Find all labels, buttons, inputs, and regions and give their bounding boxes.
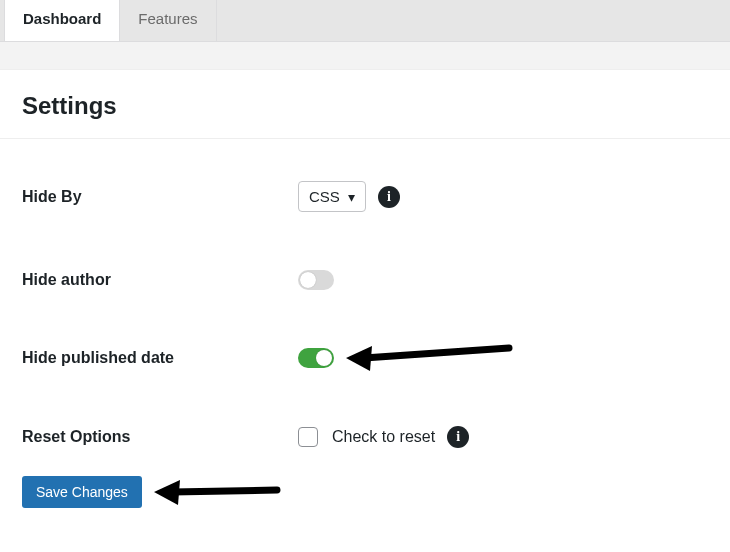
row-hide-by: Hide By CSS ▾ i xyxy=(22,181,708,212)
checkbox-reset[interactable] xyxy=(298,427,318,447)
row-hide-published-date: Hide published date xyxy=(22,348,708,368)
annotation-arrow-icon xyxy=(344,338,514,378)
divider xyxy=(0,138,730,139)
toggle-hide-author[interactable] xyxy=(298,270,334,290)
page-title: Settings xyxy=(22,92,708,120)
label-hide-by: Hide By xyxy=(22,188,298,206)
svg-marker-1 xyxy=(346,346,372,371)
toggle-knob xyxy=(316,350,332,366)
save-button[interactable]: Save Changes xyxy=(22,476,142,508)
sub-navbar xyxy=(0,42,730,70)
settings-content: Settings Hide By CSS ▾ i Hide author Hid… xyxy=(0,70,730,508)
tab-features[interactable]: Features xyxy=(120,0,216,41)
select-hide-by[interactable]: CSS ▾ xyxy=(298,181,366,212)
row-reset-options: Reset Options Check to reset i xyxy=(22,426,708,448)
label-hide-author: Hide author xyxy=(22,271,298,289)
label-hide-published-date: Hide published date xyxy=(22,349,298,367)
svg-marker-3 xyxy=(154,480,180,505)
toggle-knob xyxy=(300,272,316,288)
svg-line-2 xyxy=(172,490,277,492)
checkbox-reset-label: Check to reset xyxy=(332,428,435,446)
row-hide-author: Hide author xyxy=(22,270,708,290)
toggle-hide-published-date[interactable] xyxy=(298,348,334,368)
info-icon[interactable]: i xyxy=(378,186,400,208)
info-icon[interactable]: i xyxy=(447,426,469,448)
chevron-down-icon: ▾ xyxy=(348,189,355,205)
annotation-arrow-icon xyxy=(152,472,282,512)
tab-bar: Dashboard Features xyxy=(0,0,730,42)
tab-dashboard[interactable]: Dashboard xyxy=(4,0,120,41)
svg-line-0 xyxy=(364,348,509,358)
label-reset-options: Reset Options xyxy=(22,428,298,446)
select-hide-by-value: CSS xyxy=(309,188,340,205)
